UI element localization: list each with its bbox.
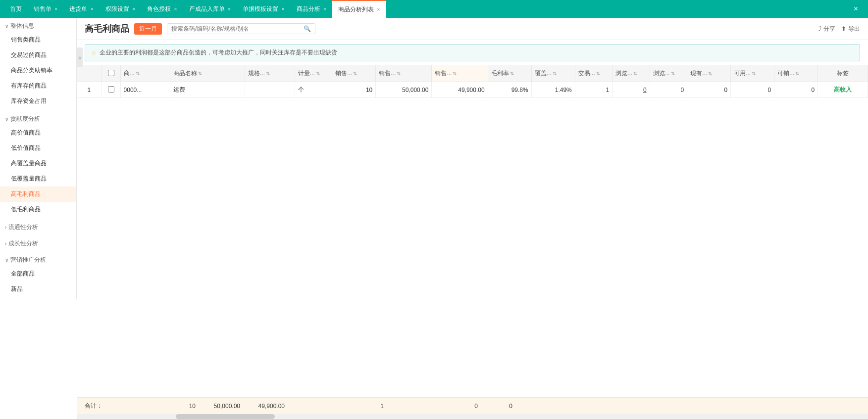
scrollbar-thumb[interactable] xyxy=(176,414,275,419)
sidebar-section-contribution: ∨ 贡献度分析 高价值商品 低价值商品 高覆盖量商品 低覆盖量商品 高毛利商品 xyxy=(0,111,76,217)
th-gross-rate[interactable]: 毛利率 ⇅ xyxy=(488,65,531,82)
th-browse1[interactable]: 浏览... ⇅ xyxy=(613,65,650,82)
sort-icon-sales-qty: ⇅ xyxy=(353,71,357,76)
nav-product-inbound[interactable]: 产成品入库单 × xyxy=(183,0,237,18)
nav-product-analysis[interactable]: 商品分析 × xyxy=(291,0,332,18)
window-close-button[interactable]: × xyxy=(848,4,864,13)
th-browse2[interactable]: 浏览... ⇅ xyxy=(650,65,687,82)
nav-close-analysis-list[interactable]: × xyxy=(377,6,380,12)
sort-icon-browse1: ⇅ xyxy=(633,71,637,76)
sidebar-section-overview-title[interactable]: ∨ 整体信息 xyxy=(0,18,76,32)
content-header: 高毛利商品 近一月 🔍 ⤴ 分享 ⬆ 导出 xyxy=(77,18,868,40)
th-stock2[interactable]: 可用... ⇅ xyxy=(731,65,774,82)
sidebar-collapse-button[interactable]: « xyxy=(77,47,83,67)
sidebar-item-category-assist-rate[interactable]: 商品分类助销率 xyxy=(0,63,76,78)
content-area: 高毛利商品 近一月 🔍 ⤴ 分享 ⬆ 导出 ☆ 企业的主要的利润都是这部分商品创… xyxy=(77,18,868,419)
cell-code: 0000... xyxy=(120,82,170,98)
sidebar-section-marketing: ∨ 营销推广分析 全部商品 新品 xyxy=(0,252,76,297)
sidebar-item-new-goods[interactable]: 新品 xyxy=(0,281,76,297)
sidebar-item-sales-goods[interactable]: 销售类商品 xyxy=(0,32,76,47)
nav-close-template[interactable]: × xyxy=(281,6,284,12)
export-button[interactable]: ⬆ 导出 xyxy=(841,25,860,33)
sidebar-item-in-stock-goods[interactable]: 有库存的商品 xyxy=(0,78,76,93)
nav-home[interactable]: 首页 xyxy=(4,0,28,18)
chevron-down-icon: ∨ xyxy=(5,23,8,29)
th-coverage[interactable]: 覆盖... ⇅ xyxy=(531,65,575,82)
th-name[interactable]: 商品名称 ⇅ xyxy=(170,65,245,82)
sidebar-item-high-value[interactable]: 高价值商品 xyxy=(0,125,76,140)
cell-browse1[interactable]: 0 xyxy=(613,82,650,98)
cell-sales-cost: 49,900.00 xyxy=(432,82,488,98)
chevron-down-icon-3: ∨ xyxy=(5,257,8,263)
nav-close-inbound[interactable]: × xyxy=(228,6,231,12)
sort-icon-stock2: ⇅ xyxy=(752,71,756,76)
footer-label: 合计： xyxy=(85,402,164,410)
sort-icon-browse2: ⇅ xyxy=(671,71,675,76)
footer-sales-cost: 49,900.00 xyxy=(243,403,288,410)
export-icon: ⬆ xyxy=(841,25,846,32)
sidebar-item-all-goods[interactable]: 全部商品 xyxy=(0,266,76,281)
th-sales-amt[interactable]: 销售... ⇅ xyxy=(376,65,432,82)
cell-spec xyxy=(245,82,295,98)
search-icon[interactable]: 🔍 xyxy=(304,25,311,32)
th-trade-count[interactable]: 交易... ⇅ xyxy=(575,65,612,82)
footer-browse1 xyxy=(387,403,416,410)
select-all-checkbox[interactable] xyxy=(108,70,114,76)
th-code[interactable]: 商... ⇅ xyxy=(120,65,170,82)
sidebar-item-traded-goods[interactable]: 交易过的商品 xyxy=(0,47,76,63)
horizontal-scrollbar[interactable] xyxy=(77,414,868,419)
sort-icon-gross: ⇅ xyxy=(510,71,514,76)
cell-num: 1 xyxy=(77,82,102,98)
data-table: 商... ⇅ 商品名称 ⇅ 规格... xyxy=(77,65,868,98)
nav-product-analysis-list[interactable]: 商品分析列表 × xyxy=(332,0,386,18)
nav-permission-settings[interactable]: 权限设置 × xyxy=(100,0,141,18)
table-header-row: 商... ⇅ 商品名称 ⇅ 规格... xyxy=(77,65,868,82)
tip-text: 企业的主要的利润都是这部分商品创造的，可考虑加大推广，同时关注库存是不要出现缺货 xyxy=(100,48,337,57)
th-check[interactable] xyxy=(102,65,120,82)
row-checkbox[interactable] xyxy=(108,86,114,93)
chevron-down-icon-2: ∨ xyxy=(5,116,8,122)
nav-template-settings[interactable]: 单据模板设置 × xyxy=(237,0,290,18)
sidebar-item-high-coverage[interactable]: 高覆盖量商品 xyxy=(0,156,76,171)
sidebar-section-growth-title[interactable]: › 成长性分析 xyxy=(0,235,76,250)
time-filter-button[interactable]: 近一月 xyxy=(134,23,162,35)
th-stock1[interactable]: 现有... ⇅ xyxy=(687,65,731,82)
share-button[interactable]: ⤴ 分享 xyxy=(818,25,835,33)
sidebar-section-contribution-title[interactable]: ∨ 贡献度分析 xyxy=(0,111,76,125)
nav-role-auth[interactable]: 角色授权 × xyxy=(141,0,183,18)
footer-cover-rate xyxy=(322,403,357,410)
sidebar-section-liquidity-title[interactable]: › 流通性分析 xyxy=(0,219,76,233)
nav-close-role[interactable]: × xyxy=(174,6,177,12)
nav-close-purchase[interactable]: × xyxy=(90,6,93,12)
sidebar-section-marketing-title[interactable]: ∨ 营销推广分析 xyxy=(0,252,76,266)
nav-close-permission[interactable]: × xyxy=(132,6,135,12)
th-sellable[interactable]: 可销... ⇅ xyxy=(774,65,818,82)
sidebar-item-high-margin[interactable]: 高毛利商品 xyxy=(0,186,76,202)
th-sales-qty[interactable]: 销售... ⇅ xyxy=(332,65,376,82)
nav-close-sales[interactable]: × xyxy=(54,6,57,12)
th-sales-cost[interactable]: 销售... ⇅ xyxy=(432,65,488,82)
footer-cells: 10 50,000.00 49,900.00 1 0 0 xyxy=(164,403,860,410)
th-unit[interactable]: 计量... ⇅ xyxy=(295,65,332,82)
sidebar-item-low-margin[interactable]: 低毛利商品 xyxy=(0,202,76,217)
footer-trade-count: 1 xyxy=(357,403,387,410)
sidebar-item-low-value[interactable]: 低价值商品 xyxy=(0,140,76,156)
sort-icon-spec: ⇅ xyxy=(266,71,270,76)
cell-sellable: 0 xyxy=(774,82,818,98)
sidebar-item-low-coverage[interactable]: 低覆盖量商品 xyxy=(0,171,76,186)
cell-sales-amt: 50,000.00 xyxy=(376,82,432,98)
nav-close-analysis[interactable]: × xyxy=(323,6,326,12)
cell-gross-rate: 99.8% xyxy=(488,82,531,98)
tip-bar: ☆ 企业的主要的利润都是这部分商品创造的，可考虑加大推广，同时关注库存是不要出现… xyxy=(85,44,860,61)
chevron-right-icon: › xyxy=(5,225,6,230)
table-row: 1 0000... 运费 个 10 50,000.00 49,900.00 99… xyxy=(77,82,868,98)
th-spec[interactable]: 规格... ⇅ xyxy=(245,65,295,82)
nav-sales-order[interactable]: 销售单 × xyxy=(28,0,63,18)
cell-check[interactable] xyxy=(102,82,120,98)
sidebar-section-liquidity: › 流通性分析 xyxy=(0,219,76,233)
nav-purchase-order[interactable]: 进货单 × xyxy=(63,0,99,18)
cell-tag: 高收入 xyxy=(818,82,868,98)
sidebar-item-stock-capital[interactable]: 库存资金占用 xyxy=(0,93,76,109)
search-box: 🔍 xyxy=(167,23,315,34)
search-input[interactable] xyxy=(171,25,304,32)
